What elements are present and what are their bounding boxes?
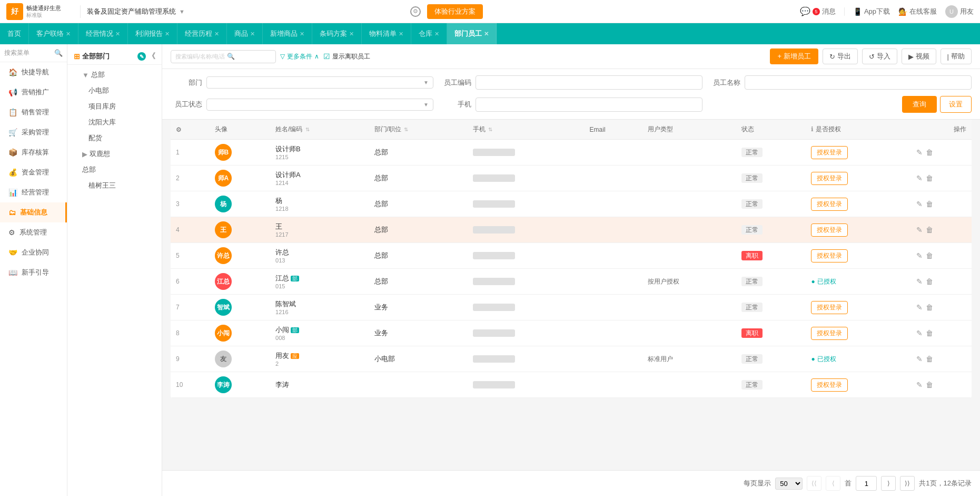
tab-bom[interactable]: 物料清单✕ bbox=[362, 23, 411, 44]
marketing-icon: 📢 bbox=[8, 88, 17, 96]
edit-icon[interactable]: ✎ bbox=[916, 355, 923, 363]
phone-input[interactable] bbox=[476, 98, 702, 112]
dept-item-xiaodian[interactable]: 小电部 bbox=[67, 83, 162, 99]
auth-button[interactable]: 授权登录 bbox=[811, 223, 848, 237]
help-button[interactable]: | 帮助 bbox=[941, 48, 972, 64]
delete-icon[interactable]: 🗑 bbox=[926, 303, 933, 312]
tab-warehouse[interactable]: 仓库✕ bbox=[411, 23, 447, 44]
edit-icon[interactable]: ✎ bbox=[916, 303, 923, 312]
delete-icon[interactable]: 🗑 bbox=[926, 148, 933, 157]
auth-button[interactable]: 授权登录 bbox=[811, 378, 848, 392]
sidebar-item-system[interactable]: ⚙ 系统管理 bbox=[0, 222, 67, 242]
delete-icon[interactable]: 🗑 bbox=[926, 329, 933, 337]
settings-icon[interactable]: ⚙ bbox=[410, 6, 421, 17]
tab-new-goods[interactable]: 新增商品✕ bbox=[263, 23, 312, 44]
edit-icon[interactable]: ✎ bbox=[916, 381, 923, 389]
dept-all[interactable]: ⊞ 全部部门 ✎ 《 bbox=[67, 48, 162, 65]
phone-masked bbox=[473, 278, 515, 285]
online-service-button[interactable]: 💁 在线客服 bbox=[898, 7, 937, 16]
edit-icon[interactable]: ✎ bbox=[916, 329, 923, 337]
dept-item-zhongbu[interactable]: 总部 bbox=[67, 162, 162, 178]
tab-profit[interactable]: 利润报告✕ bbox=[128, 23, 177, 44]
tab-customer[interactable]: 客户联络✕ bbox=[29, 23, 78, 44]
delete-icon[interactable]: 🗑 bbox=[926, 251, 933, 260]
add-employee-button[interactable]: + 新增员工 bbox=[770, 48, 818, 64]
dept-item-zhishu[interactable]: 植树王三 bbox=[67, 178, 162, 193]
edit-icon[interactable]: ✎ bbox=[916, 174, 923, 182]
emp-code-input[interactable] bbox=[476, 75, 702, 90]
tab-barcode[interactable]: 条码方案✕ bbox=[312, 23, 362, 44]
auth-button[interactable]: 授权登录 bbox=[811, 327, 848, 340]
view-button[interactable]: ▶ 视频 bbox=[902, 48, 936, 64]
emp-name-input[interactable] bbox=[745, 75, 972, 90]
dept-collapse-icon[interactable]: 《 bbox=[148, 52, 155, 61]
sidebar-item-quick-nav[interactable]: 🏠 快捷导航 bbox=[0, 62, 67, 82]
query-button[interactable]: 查询 bbox=[902, 96, 937, 113]
sidebar-item-purchase[interactable]: 🛒 采购管理 bbox=[0, 122, 67, 142]
reset-button[interactable]: 设置 bbox=[940, 96, 972, 113]
delete-icon[interactable]: 🗑 bbox=[926, 355, 933, 363]
prev-page-button[interactable]: ⟨ bbox=[826, 476, 840, 491]
cell-phone bbox=[468, 166, 584, 191]
auth-button[interactable]: 授权登录 bbox=[811, 172, 848, 185]
tab-dept-staff[interactable]: 部门员工✕ bbox=[447, 23, 497, 44]
next-page-button[interactable]: ⟩ bbox=[881, 476, 896, 491]
auth-button[interactable]: 授权登录 bbox=[811, 198, 848, 211]
show-resigned-checkbox[interactable]: ☑ 显示离职员工 bbox=[323, 52, 370, 61]
sidebar-item-inventory[interactable]: 📦 库存核算 bbox=[0, 142, 67, 162]
edit-icon[interactable]: ✎ bbox=[916, 200, 923, 208]
dept-item-shuanglu[interactable]: ▶ 双鹿想 bbox=[67, 146, 162, 162]
status-select[interactable]: ▼ bbox=[206, 99, 433, 111]
dept-item-shenyang[interactable]: 沈阳大库 bbox=[67, 114, 162, 130]
sidebar-item-basic[interactable]: 🗂 基础信息 bbox=[0, 202, 67, 222]
col-settings[interactable]: ⚙ bbox=[171, 120, 210, 140]
sidebar-item-sales[interactable]: 📋 销售管理 bbox=[0, 102, 67, 122]
dept-item-project[interactable]: 项目库房 bbox=[67, 99, 162, 114]
per-page-select[interactable]: 50 100 bbox=[775, 478, 803, 490]
delete-icon[interactable]: 🗑 bbox=[926, 226, 933, 234]
export-button[interactable]: ↻ 导出 bbox=[823, 48, 858, 64]
col-phone[interactable]: 手机 ⇅ bbox=[468, 120, 584, 140]
first-page-button[interactable]: ⟨⟨ bbox=[807, 476, 821, 491]
tab-history[interactable]: 经营历程✕ bbox=[177, 23, 227, 44]
dept-edit-icon[interactable]: ✎ bbox=[137, 52, 146, 61]
sidebar-item-finance[interactable]: 💰 资金管理 bbox=[0, 162, 67, 182]
import-button[interactable]: ↺ 导入 bbox=[862, 48, 897, 64]
dept-item-general[interactable]: ▼ 总部 bbox=[67, 67, 162, 83]
dropdown-icon[interactable]: ▼ bbox=[179, 8, 185, 15]
user-menu-button[interactable]: U 用友 bbox=[945, 5, 974, 18]
sidebar-item-operations[interactable]: 📊 经营管理 bbox=[0, 182, 67, 202]
trial-button[interactable]: 体验行业方案 bbox=[427, 4, 483, 19]
col-name[interactable]: 姓名/编码 ⇅ bbox=[270, 120, 369, 140]
sidebar-item-guide[interactable]: 📖 新手引导 bbox=[0, 262, 67, 283]
delete-icon[interactable]: 🗑 bbox=[926, 381, 933, 389]
page-number-input[interactable] bbox=[856, 476, 877, 491]
last-page-button[interactable]: ⟩⟩ bbox=[900, 476, 915, 491]
sidebar-search-area[interactable]: 搜索菜单 🔍 bbox=[0, 44, 67, 62]
dept-select[interactable]: ▼ bbox=[206, 76, 433, 89]
cell-name: 李涛 bbox=[270, 372, 369, 398]
search-input-area[interactable]: 搜索编码/名称/电话 🔍 bbox=[171, 50, 276, 63]
delete-icon[interactable]: 🗑 bbox=[926, 277, 933, 286]
sidebar-item-collab[interactable]: 🤝 企业协同 bbox=[0, 242, 67, 262]
auth-button[interactable]: 授权登录 bbox=[811, 249, 848, 262]
tab-operations[interactable]: 经营情况✕ bbox=[78, 23, 128, 44]
col-dept[interactable]: 部门/职位 ⇅ bbox=[369, 120, 468, 140]
more-filter-button[interactable]: ▽ 更多条件 ∧ bbox=[280, 52, 319, 61]
edit-icon[interactable]: ✎ bbox=[916, 277, 923, 286]
sidebar-item-marketing[interactable]: 📢 营销推广 bbox=[0, 82, 67, 102]
edit-icon[interactable]: ✎ bbox=[916, 226, 923, 234]
tab-home[interactable]: 首页 bbox=[0, 23, 29, 44]
delete-icon[interactable]: 🗑 bbox=[926, 174, 933, 182]
message-button[interactable]: 💬 5 消息 bbox=[800, 6, 836, 16]
edit-icon[interactable]: ✎ bbox=[916, 148, 923, 157]
auth-button[interactable]: 授权登录 bbox=[811, 301, 848, 314]
auth-button[interactable]: 授权登录 bbox=[811, 146, 848, 159]
cell-auth: 授权登录 bbox=[806, 320, 910, 346]
app-download-button[interactable]: 📱 App下载 bbox=[853, 7, 890, 16]
delete-icon[interactable]: 🗑 bbox=[926, 200, 933, 208]
edit-icon[interactable]: ✎ bbox=[916, 251, 923, 260]
tab-goods[interactable]: 商品✕ bbox=[227, 23, 263, 44]
cell-user-type bbox=[642, 191, 736, 217]
dept-item-delivery[interactable]: 配货 bbox=[67, 130, 162, 146]
